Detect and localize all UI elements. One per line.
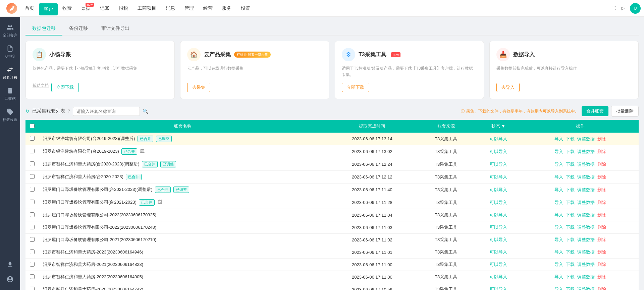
row-action-下载[interactable]: 下载 xyxy=(566,212,575,217)
sidebar-user-settings[interactable] xyxy=(0,272,20,287)
row-action-调整数据[interactable]: 调整数据 xyxy=(577,287,595,290)
row-action-调整数据[interactable]: 调整数据 xyxy=(577,237,595,242)
go-import-button[interactable]: 去导入 xyxy=(496,83,520,92)
sidebar-item-trash[interactable]: 回收站 xyxy=(0,83,20,104)
row-action-删除[interactable]: 删除 xyxy=(597,212,606,217)
merge-account-button[interactable]: 合并账套 xyxy=(582,106,608,116)
help-doc-link[interactable]: 帮助文档 xyxy=(33,83,49,92)
row-action-下载[interactable]: 下载 xyxy=(566,162,575,167)
row-file-icon[interactable]: 🖼 xyxy=(140,148,145,154)
nav-service[interactable]: 服务 xyxy=(217,0,236,17)
search-input[interactable] xyxy=(73,107,140,116)
row-checkbox[interactable] xyxy=(30,187,35,192)
download-now-button[interactable]: 立即下载 xyxy=(51,83,79,92)
row-action-调整数据[interactable]: 调整数据 xyxy=(577,187,595,192)
search-icon[interactable]: 🔍 xyxy=(143,108,148,114)
row-action-下载[interactable]: 下载 xyxy=(566,149,575,154)
row-action-导入[interactable]: 导入 xyxy=(554,200,563,205)
row-action-删除[interactable]: 删除 xyxy=(597,136,606,141)
row-checkbox[interactable] xyxy=(30,237,35,242)
nav-home[interactable]: 首页 xyxy=(20,0,39,17)
row-action-调整数据[interactable]: 调整数据 xyxy=(577,149,595,154)
row-action-删除[interactable]: 删除 xyxy=(597,262,606,267)
nav-manage[interactable]: 管理 xyxy=(180,0,199,17)
row-action-导入[interactable]: 导入 xyxy=(554,187,563,192)
row-action-下载[interactable]: 下载 xyxy=(566,174,575,179)
refresh-icon[interactable]: ↻ xyxy=(25,108,30,114)
row-action-导入[interactable]: 导入 xyxy=(554,287,563,290)
row-checkbox[interactable] xyxy=(30,212,35,217)
row-checkbox[interactable] xyxy=(30,136,35,141)
row-action-调整数据[interactable]: 调整数据 xyxy=(577,249,595,255)
row-action-下载[interactable]: 下载 xyxy=(566,225,575,230)
row-action-删除[interactable]: 删除 xyxy=(597,200,606,205)
row-action-导入[interactable]: 导入 xyxy=(554,262,563,267)
row-action-导入[interactable]: 导入 xyxy=(554,249,563,255)
user-avatar[interactable]: U xyxy=(630,3,641,14)
row-action-导入[interactable]: 导入 xyxy=(554,149,563,154)
nav-business[interactable]: 工商项目 xyxy=(133,0,161,17)
member-button[interactable]: ▷ xyxy=(621,6,626,11)
row-action-删除[interactable]: 删除 xyxy=(597,187,606,192)
row-action-删除[interactable]: 删除 xyxy=(597,174,606,179)
nav-billing[interactable]: 收费 xyxy=(58,0,76,17)
row-action-删除[interactable]: 删除 xyxy=(597,149,606,154)
row-action-下载[interactable]: 下载 xyxy=(566,262,575,267)
row-checkbox[interactable] xyxy=(30,225,35,229)
row-action-删除[interactable]: 删除 xyxy=(597,249,606,255)
row-action-导入[interactable]: 导入 xyxy=(554,162,563,167)
row-action-下载[interactable]: 下载 xyxy=(566,200,575,205)
sidebar-item-all-clients[interactable]: 全部客户 xyxy=(0,20,20,41)
row-action-导入[interactable]: 导入 xyxy=(554,212,563,217)
row-action-调整数据[interactable]: 调整数据 xyxy=(577,162,595,167)
row-action-下载[interactable]: 下载 xyxy=(566,237,575,242)
row-action-下载[interactable]: 下载 xyxy=(566,249,575,255)
sidebar-item-account-transfer[interactable]: 账套迁移 xyxy=(0,62,20,83)
fullscreen-button[interactable]: ⛶ xyxy=(611,6,617,11)
row-action-删除[interactable]: 删除 xyxy=(597,237,606,242)
help-icon[interactable]: ? xyxy=(68,109,70,114)
row-action-下载[interactable]: 下载 xyxy=(566,187,575,192)
nav-operation[interactable]: 经营 xyxy=(199,0,217,17)
row-action-调整数据[interactable]: 调整数据 xyxy=(577,274,595,279)
row-action-调整数据[interactable]: 调整数据 xyxy=(577,262,595,267)
t3-download-button[interactable]: 立即下载 xyxy=(342,83,369,92)
nav-invoice[interactable]: 票据 new xyxy=(76,0,95,17)
nav-settings[interactable]: 设置 xyxy=(236,0,255,17)
row-action-删除[interactable]: 删除 xyxy=(597,225,606,230)
row-action-调整数据[interactable]: 调整数据 xyxy=(577,225,595,230)
row-action-下载[interactable]: 下载 xyxy=(566,136,575,141)
nav-accounts[interactable]: 记账 xyxy=(95,0,114,17)
go-collect-button[interactable]: 去采集 xyxy=(187,83,210,92)
row-checkbox[interactable] xyxy=(30,287,35,290)
row-checkbox[interactable] xyxy=(30,249,35,254)
row-checkbox[interactable] xyxy=(30,262,35,267)
row-action-导入[interactable]: 导入 xyxy=(554,274,563,279)
sidebar-item-zero-report[interactable]: 0申报 xyxy=(0,41,20,62)
tab-audit-export[interactable]: 审计文件导出 xyxy=(95,22,136,35)
row-checkbox[interactable] xyxy=(30,149,35,153)
select-all-checkbox[interactable] xyxy=(30,124,35,128)
nav-client[interactable]: 客户 xyxy=(39,3,58,15)
col-status[interactable]: 状态 ▼ xyxy=(475,120,522,133)
sidebar-download[interactable] xyxy=(0,257,20,272)
row-action-调整数据[interactable]: 调整数据 xyxy=(577,212,595,217)
row-checkbox[interactable] xyxy=(30,161,35,166)
row-action-导入[interactable]: 导入 xyxy=(554,237,563,242)
row-action-下载[interactable]: 下载 xyxy=(566,287,575,290)
sidebar-item-tag-settings[interactable]: 标签设置 xyxy=(0,104,20,126)
nav-message[interactable]: 消息 xyxy=(161,0,180,17)
row-action-删除[interactable]: 删除 xyxy=(597,162,606,167)
row-action-导入[interactable]: 导入 xyxy=(554,136,563,141)
row-action-导入[interactable]: 导入 xyxy=(554,225,563,230)
row-action-调整数据[interactable]: 调整数据 xyxy=(577,200,595,205)
row-action-下载[interactable]: 下载 xyxy=(566,274,575,279)
row-checkbox[interactable] xyxy=(30,200,35,204)
batch-delete-button[interactable]: 批量删除 xyxy=(611,106,639,117)
tab-data-migration[interactable]: 数据包迁移 xyxy=(25,22,62,35)
row-action-删除[interactable]: 删除 xyxy=(597,274,606,279)
row-action-调整数据[interactable]: 调整数据 xyxy=(577,136,595,141)
row-action-导入[interactable]: 导入 xyxy=(554,174,563,179)
nav-tax[interactable]: 报税 xyxy=(114,0,133,17)
row-action-删除[interactable]: 删除 xyxy=(597,287,606,290)
